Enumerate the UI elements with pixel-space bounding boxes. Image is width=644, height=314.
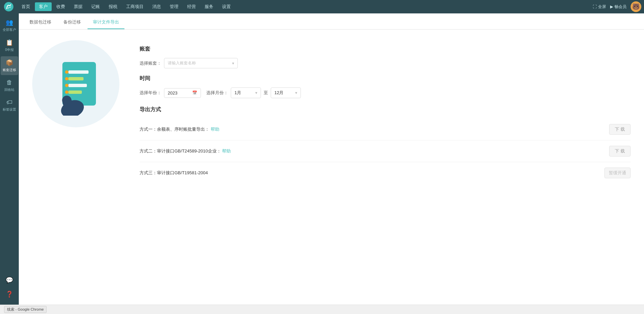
method3-coming-soon-button: 暂缓开通 [604, 168, 631, 178]
form-area: 账套 选择账套： 请输入账套名称 ▾ 时间 选择年份： 2023 📅 [140, 40, 631, 184]
account-row: 选择账套： 请输入账套名称 ▾ [140, 58, 631, 68]
method1-download-button[interactable]: 下 载 [609, 124, 631, 135]
nav-fees[interactable]: 收费 [52, 2, 69, 11]
account-label: 选择账套： [140, 60, 161, 66]
app-logo [3, 1, 15, 13]
month-to-arrow: ▾ [295, 90, 297, 95]
svg-point-0 [4, 2, 13, 11]
nav-message[interactable]: 消息 [148, 2, 165, 11]
nav-business[interactable]: 工商项目 [122, 2, 148, 11]
nav-right: ⛶ 全屏 ▶ 畅会员 🐻 [593, 1, 641, 12]
method2-help-link[interactable]: 帮助 [222, 148, 231, 153]
chat-icon: 💬 [6, 276, 13, 284]
export-method-3: 方式三：审计接口GB/T19581-2004 暂缓开通 [140, 162, 631, 184]
nav-manage[interactable]: 管理 [166, 2, 182, 11]
user-avatar[interactable]: 🐻 [631, 1, 641, 12]
trash-icon: 🗑 [6, 79, 12, 86]
nav-tax[interactable]: 报税 [105, 2, 121, 11]
nav-invoices[interactable]: 票据 [70, 2, 87, 11]
export-method-1: 方式一：余额表、序时账批量导出： 帮助 下 载 [140, 119, 631, 140]
sidebar-item-all-customers[interactable]: 👥 全部客户 [1, 16, 18, 35]
account-dropdown-arrow: ▾ [232, 61, 234, 66]
export-method-2-text: 方式二：审计接口GB/T24589-2010企业： 帮助 [140, 148, 231, 154]
method1-help-link[interactable]: 帮助 [211, 127, 219, 132]
calendar-icon: 📅 [192, 90, 197, 95]
month-from-select[interactable]: 1月 ▾ [231, 87, 261, 98]
help-icon: ❓ [6, 291, 13, 298]
export-section: 导出方式 方式一：余额表、序时账批量导出： 帮助 下 载 方式二：审计接口GB/… [140, 106, 631, 184]
nav-home[interactable]: 首页 [17, 2, 34, 11]
fullscreen-icon: ⛶ [593, 4, 597, 9]
tab-data-migration[interactable]: 数据包迁移 [24, 15, 57, 29]
tab-backup-migration[interactable]: 备份迁移 [58, 15, 86, 29]
tab-audit-export[interactable]: 审计文件导出 [88, 15, 124, 29]
sidebar-item-account-migration[interactable]: 📦 账套迁移 [1, 56, 18, 75]
month-from-arrow: ▾ [255, 90, 257, 95]
svg-rect-2 [68, 70, 89, 74]
method2-download-button[interactable]: 下 载 [609, 146, 631, 156]
migration-icon: 📦 [6, 59, 13, 66]
status-bar: 线索 - Google Chrome [0, 305, 644, 314]
account-placeholder: 请输入账套名称 [168, 60, 196, 66]
accounting-illustration [49, 52, 103, 116]
svg-point-7 [65, 77, 68, 80]
customers-icon: 👥 [6, 19, 13, 26]
nav-items: 首页 客户 收费 票据 记账 报税 工商项目 消息 管理 经营 服务 设置 [17, 2, 593, 11]
sidebar-item-zero-declaration[interactable]: 📋 0申报 [1, 36, 18, 55]
sidebar-help[interactable]: ❓ [1, 288, 18, 301]
export-method-1-text: 方式一：余额表、序时账批量导出： 帮助 [140, 126, 219, 132]
top-navigation: 首页 客户 收费 票据 记账 报税 工商项目 消息 管理 经营 服务 设置 ⛶ … [0, 0, 644, 13]
month-label: 选择月份： [206, 90, 228, 96]
export-method-3-text: 方式三：审计接口GB/T19581-2004 [140, 170, 208, 176]
nav-settings[interactable]: 设置 [218, 2, 235, 11]
to-separator: 至 [264, 90, 268, 96]
account-section-title: 账套 [140, 46, 631, 53]
page-content: 账套 选择账套： 请输入账套名称 ▾ 时间 选择年份： 2023 📅 [19, 29, 644, 305]
sidebar-chat[interactable]: 💬 [1, 274, 18, 287]
time-controls: 2023 📅 选择月份： 1月 ▾ 至 12月 ▾ [164, 87, 301, 98]
sidebar-item-tag-settings[interactable]: 🏷 标签设置 [1, 96, 18, 115]
play-icon: ▶ [610, 4, 613, 9]
sidebar-item-recycle[interactable]: 🗑 回收站 [1, 76, 18, 95]
export-section-title: 导出方式 [140, 106, 631, 113]
svg-rect-5 [68, 90, 82, 94]
illustration-circle [32, 40, 119, 127]
illustration-area [32, 40, 119, 127]
account-select[interactable]: 请输入账套名称 ▾ [164, 58, 238, 68]
sidebar-bottom: 💬 ❓ [1, 274, 18, 305]
export-method-2: 方式二：审计接口GB/T24589-2010企业： 帮助 下 载 [140, 140, 631, 162]
declaration-icon: 📋 [6, 39, 13, 46]
year-label: 选择年份： [140, 90, 161, 96]
chrome-status-label: 线索 - Google Chrome [4, 306, 47, 313]
year-input[interactable]: 2023 📅 [164, 88, 201, 98]
member-button[interactable]: ▶ 畅会员 [610, 4, 627, 10]
tab-bar: 数据包迁移 备份迁移 审计文件导出 [19, 13, 644, 29]
nav-operation[interactable]: 经营 [183, 2, 200, 11]
month-to-select[interactable]: 12月 ▾ [271, 87, 301, 98]
main-layout: 👥 全部客户 📋 0申报 📦 账套迁移 🗑 回收站 🏷 标签设置 💬 ❓ [0, 13, 644, 305]
time-row: 选择年份： 2023 📅 选择月份： 1月 ▾ 至 12月 [140, 87, 631, 98]
tag-icon: 🏷 [6, 99, 12, 106]
fullscreen-button[interactable]: ⛶ 全屏 [593, 4, 606, 10]
nav-service[interactable]: 服务 [201, 2, 217, 11]
svg-point-8 [65, 84, 68, 87]
time-section-title: 时间 [140, 75, 631, 82]
svg-rect-4 [68, 84, 87, 87]
svg-point-9 [65, 90, 68, 94]
svg-point-6 [65, 70, 68, 74]
nav-customers[interactable]: 客户 [35, 2, 52, 11]
nav-accounting[interactable]: 记账 [87, 2, 104, 11]
left-sidebar: 👥 全部客户 📋 0申报 📦 账套迁移 🗑 回收站 🏷 标签设置 💬 ❓ [0, 13, 19, 305]
svg-rect-3 [68, 77, 84, 80]
content-area: 数据包迁移 备份迁移 审计文件导出 [19, 13, 644, 305]
